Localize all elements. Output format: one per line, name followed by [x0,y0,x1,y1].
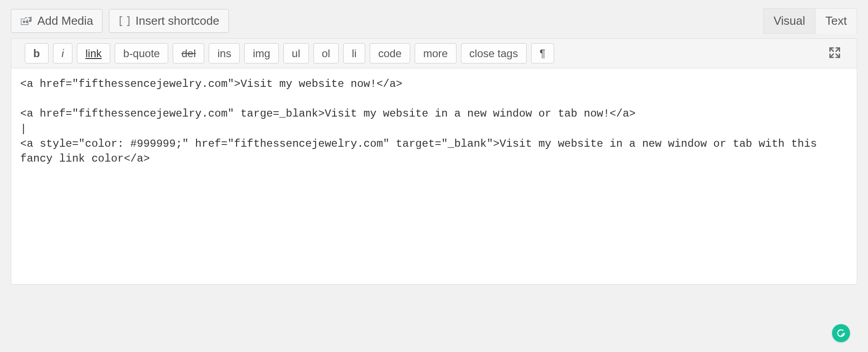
insert-shortcode-label: Insert shortcode [135,14,219,28]
svg-point-0 [23,20,26,23]
qt-li-button[interactable]: li [343,43,365,63]
editor-container: Add Media Insert shortcode Visual Text b [0,0,868,286]
tab-text-label: Text [825,14,847,27]
editor-tabs: Visual Text [763,8,857,34]
content-textarea[interactable] [11,68,857,284]
editor-top-row: Add Media Insert shortcode Visual Text [0,0,868,38]
qt-bquote-button[interactable]: b-quote [115,43,168,63]
qt-pilcrow-button[interactable]: ¶ [531,43,554,63]
qt-code-button[interactable]: code [370,43,410,63]
media-buttons: Add Media Insert shortcode [11,9,229,33]
qt-ins-button[interactable]: ins [209,43,240,63]
add-media-button[interactable]: Add Media [11,9,103,33]
qt-del-button[interactable]: del [173,43,204,63]
shortcode-icon [118,15,131,27]
qt-close-tags-button[interactable]: close tags [461,43,527,63]
qt-more-button[interactable]: more [415,43,456,63]
tab-visual-label: Visual [774,14,805,27]
qt-ul-button[interactable]: ul [283,43,309,63]
quicktags-toolbar: b i link b-quote del ins img ul ol li co… [11,38,857,68]
tab-visual[interactable]: Visual [763,8,815,34]
quicktags-buttons: b i link b-quote del ins img ul ol li co… [25,43,554,63]
fullscreen-button[interactable] [826,45,843,62]
editor-area-wrapper [11,68,857,286]
qt-img-button[interactable]: img [244,43,279,63]
qt-ol-button[interactable]: ol [313,43,339,63]
qt-italic-button[interactable]: i [53,43,72,63]
insert-shortcode-button[interactable]: Insert shortcode [109,9,228,33]
tab-text[interactable]: Text [815,8,857,34]
add-media-label: Add Media [37,14,93,28]
fullscreen-icon [828,46,841,61]
qt-bold-button[interactable]: b [25,43,49,63]
camera-music-icon [20,15,33,27]
qt-link-button[interactable]: link [77,43,110,63]
